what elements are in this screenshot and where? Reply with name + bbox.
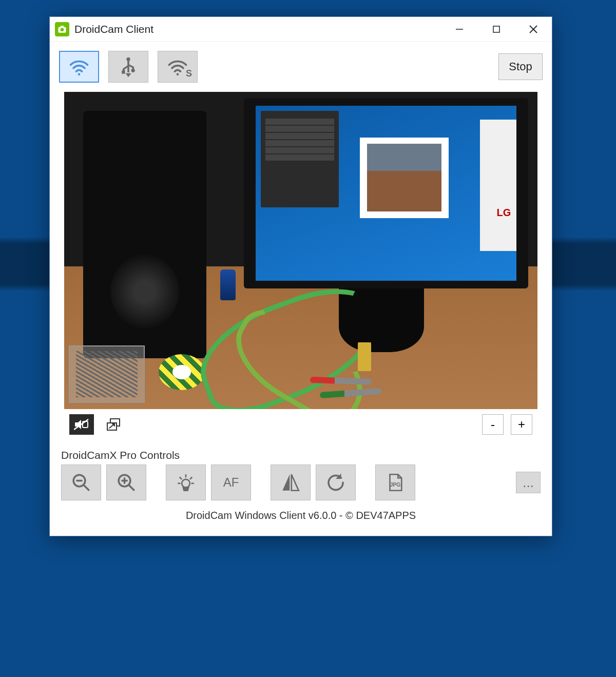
svg-point-7 [78, 73, 81, 75]
svg-rect-2 [61, 26, 64, 27]
pro-controls-section: DroidCamX Pro Controls [59, 435, 543, 502]
pro-zoom-in-button[interactable] [106, 465, 146, 500]
svg-text:JPG: JPG [390, 481, 400, 488]
zoom-in-button[interactable]: + [511, 414, 532, 435]
svg-rect-10 [122, 70, 125, 73]
svg-line-18 [84, 485, 89, 491]
video-preview: LG [64, 92, 537, 409]
svg-line-26 [180, 477, 182, 479]
close-button[interactable] [515, 17, 552, 42]
maximize-button[interactable] [478, 17, 515, 42]
connect-wifi-button[interactable] [59, 51, 99, 83]
svg-rect-4 [493, 26, 499, 32]
popout-button[interactable] [101, 414, 126, 435]
svg-point-12 [177, 73, 179, 75]
pro-autofocus-button[interactable]: AF [211, 465, 251, 500]
app-window: DroidCam Client [49, 16, 552, 536]
pro-mirror-button[interactable] [271, 465, 311, 500]
stop-button[interactable]: Stop [498, 53, 543, 80]
pro-led-toggle-button[interactable] [166, 465, 206, 500]
svg-line-27 [190, 477, 192, 479]
mute-button[interactable] [69, 414, 94, 435]
content-area: S Stop LG [50, 42, 552, 536]
pro-rotate-button[interactable] [316, 465, 356, 500]
monitor-brand-label: LG [497, 207, 511, 219]
zoom-out-button[interactable]: - [482, 414, 504, 435]
connection-toolbar: S Stop [59, 51, 543, 83]
window-title: DroidCam Client [74, 23, 153, 35]
pro-controls-label: DroidCamX Pro Controls [61, 449, 541, 461]
minimize-button[interactable] [441, 17, 478, 42]
svg-line-21 [129, 485, 134, 491]
pro-more-button[interactable]: ... [516, 472, 541, 493]
wifi-server-badge: S [186, 68, 192, 79]
pro-save-jpg-button[interactable]: JPG [375, 465, 415, 500]
titlebar: DroidCam Client [50, 17, 552, 42]
app-icon [55, 22, 69, 36]
connect-wifi-server-button[interactable]: S [158, 51, 198, 83]
preview-controls: - + [64, 409, 537, 435]
svg-point-1 [61, 28, 64, 31]
svg-point-11 [131, 69, 135, 72]
svg-point-24 [182, 479, 190, 488]
footer-text: DroidCam Windows Client v6.0.0 - © DEV47… [59, 502, 543, 531]
connect-usb-button[interactable] [108, 51, 148, 83]
pro-zoom-out-button[interactable] [61, 465, 101, 500]
